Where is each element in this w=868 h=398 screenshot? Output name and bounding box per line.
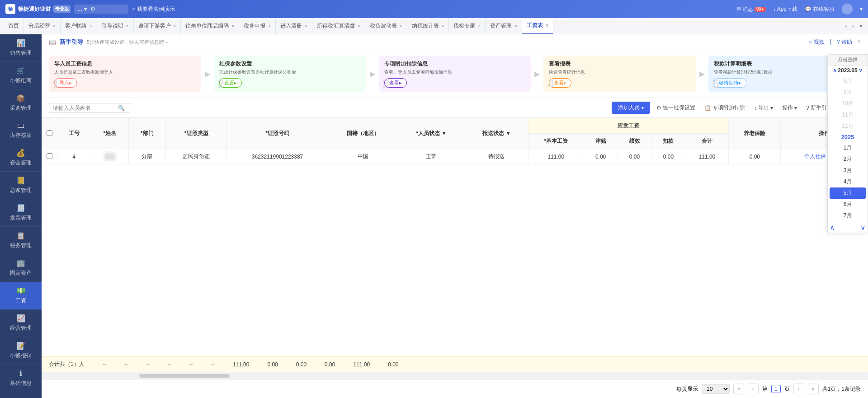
demo-link[interactable]: ○ 我要看实例演示 <box>132 5 175 13</box>
tab-crm-close[interactable]: × <box>90 23 92 28</box>
tab-tax-calc-close[interactable]: × <box>358 23 360 28</box>
tab-invite[interactable]: 邀请下游客户 × <box>134 18 181 34</box>
app-download-button[interactable]: ↓ App下载 <box>773 5 797 13</box>
add-person-button[interactable]: 添加人员 ▾ <box>612 102 650 114</box>
special-deduction-button[interactable]: 📋 专项附加扣除 <box>702 102 748 113</box>
first-page-button[interactable]: « <box>733 384 744 394</box>
tab-goods-code[interactable]: 往来单位商品编码 × <box>181 18 239 34</box>
tab-crm[interactable]: 客户联络 × <box>61 18 97 34</box>
month-item-1[interactable]: 1月 <box>828 142 868 154</box>
step-arrow-4: ▶ <box>696 68 708 80</box>
unified-social-insurance-button[interactable]: ⚙ 统一社保设置 <box>654 102 698 113</box>
month-item-5[interactable]: 5月 <box>830 187 866 199</box>
tab-prev-button[interactable]: ‹ <box>843 22 849 30</box>
summary-dash-5: -- <box>189 361 193 368</box>
step-desc-2: 完成社保参数设置自动计算社保公积金 <box>219 69 361 75</box>
company-select[interactable]: ... ▾ ⚙ <box>74 5 128 14</box>
step-arrow-3: ▶ <box>531 68 543 80</box>
tab-guide[interactable]: 引导说明 × <box>97 18 134 34</box>
tab-navigation: ‹ › × <box>843 22 864 30</box>
tab-clear-close[interactable]: × <box>305 23 307 28</box>
search-icon[interactable]: 🔍 <box>118 105 125 111</box>
user-menu-button[interactable]: ▾ <box>860 6 863 12</box>
sidebar-item-basic-info[interactable]: ℹ 基础信息 <box>0 365 42 392</box>
toolbar: 🔍 添加人员 ▾ ⚙ 统一社保设置 📋 专项附加扣除 ↓ 导出 ▾ 操作 ▾ <box>42 98 868 118</box>
next-page-button[interactable]: › <box>793 384 804 394</box>
row-checkbox[interactable] <box>47 153 52 159</box>
tab-assets[interactable]: 资产管理 × <box>486 18 522 34</box>
submit-filter-icon[interactable]: ▼ <box>505 130 511 136</box>
cell-emp-id: 4 <box>57 149 91 164</box>
scrollbar-thumb[interactable] <box>139 374 230 378</box>
month-item-6[interactable]: 6月 <box>828 199 868 210</box>
tab-tax-report-close[interactable]: × <box>268 23 271 28</box>
select-all-checkbox[interactable] <box>47 130 52 136</box>
prev-page-button[interactable]: ‹ <box>748 384 759 394</box>
sidebar-item-invoice[interactable]: 🧾 发票管理 <box>0 199 42 227</box>
sidebar-item-reports[interactable]: 📝 小畅报销 <box>0 337 42 365</box>
tab-goods-code-close[interactable]: × <box>231 23 234 28</box>
sidebar-item-finance[interactable]: 💰 资金管理 <box>0 144 42 172</box>
guide-video-link[interactable]: ○ 视频 <box>809 38 825 46</box>
export-button[interactable]: ↓ 导出 ▾ <box>751 102 776 113</box>
tab-payroll-close[interactable]: × <box>546 23 548 28</box>
personal-social-insurance-link[interactable]: 个人社保 <box>804 153 826 159</box>
sidebar-item-purchase[interactable]: 📦 采购管理 <box>0 89 42 117</box>
month-item-7[interactable]: 7月 <box>828 210 868 221</box>
year-next-button[interactable]: ∨ <box>859 67 863 74</box>
online-service-button[interactable]: 💬 在线客服 <box>805 5 835 13</box>
service-icon: 💬 <box>805 6 811 12</box>
tab-tax-relief-close[interactable]: × <box>400 23 402 28</box>
sidebar-item-sales[interactable]: 📊 销售管理 <box>0 34 42 62</box>
month-item-3[interactable]: 3月 <box>828 165 868 176</box>
tab-next-button[interactable]: › <box>850 22 856 30</box>
tab-tax-stats[interactable]: 纳税统计表 × <box>407 18 449 34</box>
tab-home[interactable]: 首页 <box>4 18 24 34</box>
tab-layered[interactable]: 分层经营 × <box>24 18 61 34</box>
cell-performance: 0.00 <box>618 149 651 164</box>
tab-tax-expert[interactable]: 税检专家 × <box>449 18 486 34</box>
sidebar-item-inventory[interactable]: 🗃 库存核算 <box>0 117 42 144</box>
tab-invite-close[interactable]: × <box>174 23 176 28</box>
message-button[interactable]: ✉ 消息 99+ <box>736 5 766 13</box>
tab-tax-expert-close[interactable]: × <box>478 23 481 28</box>
sidebar-item-ledger[interactable]: 📒 总账管理 <box>0 172 42 199</box>
month-panel-scroll-down[interactable]: ∨ <box>860 223 866 232</box>
sidebar-item-payroll[interactable]: 💵 工资 <box>0 282 42 309</box>
tab-tax-report[interactable]: 税务申报 × <box>239 18 276 34</box>
tab-tax-stats-close[interactable]: × <box>442 23 444 28</box>
col-pension: 养老保险 <box>729 118 781 149</box>
search-input[interactable] <box>53 105 116 111</box>
tab-assets-close[interactable]: × <box>514 23 517 28</box>
month-panel-scroll-up[interactable]: ∧ <box>830 223 835 232</box>
cell-id-type: 居民身份证 <box>166 149 227 164</box>
tab-guide-close[interactable]: × <box>126 23 129 28</box>
tab-tax-relief[interactable]: 税负波动表 × <box>365 18 407 34</box>
fixed-assets-icon: 🏢 <box>16 259 25 267</box>
sidebar-item-ecommerce[interactable]: 🛒 小畅电商 <box>0 62 42 89</box>
sidebar-item-fixed-assets[interactable]: 🏢 固定资产 <box>0 254 42 282</box>
settings-icon[interactable]: ⚙ <box>90 6 95 12</box>
demo-icon: ○ <box>132 6 135 12</box>
tab-clear[interactable]: 进入清册 × <box>276 18 312 34</box>
operations-button[interactable]: 操作 ▾ <box>779 102 800 113</box>
per-page-select[interactable]: 10 20 50 <box>702 384 730 394</box>
guide-close-button[interactable]: × <box>858 38 861 46</box>
user-avatar[interactable] <box>842 4 853 14</box>
status-filter-icon[interactable]: ▼ <box>441 130 447 136</box>
year-prev-button[interactable]: ∧ <box>833 67 837 74</box>
sidebar-item-tax[interactable]: 📋 税务管理 <box>0 227 42 254</box>
month-panel-header: 月份选择 <box>828 55 868 66</box>
last-page-button[interactable]: » <box>808 384 819 394</box>
sidebar-item-system[interactable]: ⚙ 系统管理 <box>0 392 42 398</box>
sidebar-item-operations[interactable]: 📈 经营管理 <box>0 309 42 337</box>
tab-close-all-button[interactable]: × <box>858 22 864 30</box>
guide-help-link[interactable]: ? 帮助 <box>837 38 852 46</box>
horizontal-scrollbar[interactable] <box>49 374 861 378</box>
tab-tax-calc[interactable]: 所得税汇算清缴 × <box>312 18 365 34</box>
tab-payroll[interactable]: 工资表 × <box>522 18 553 34</box>
tab-layered-close[interactable]: × <box>53 23 56 28</box>
month-item-4[interactable]: 4月 <box>828 176 868 187</box>
month-item-2[interactable]: 2月 <box>828 154 868 165</box>
search-input-wrap[interactable]: 🔍 <box>49 103 130 113</box>
